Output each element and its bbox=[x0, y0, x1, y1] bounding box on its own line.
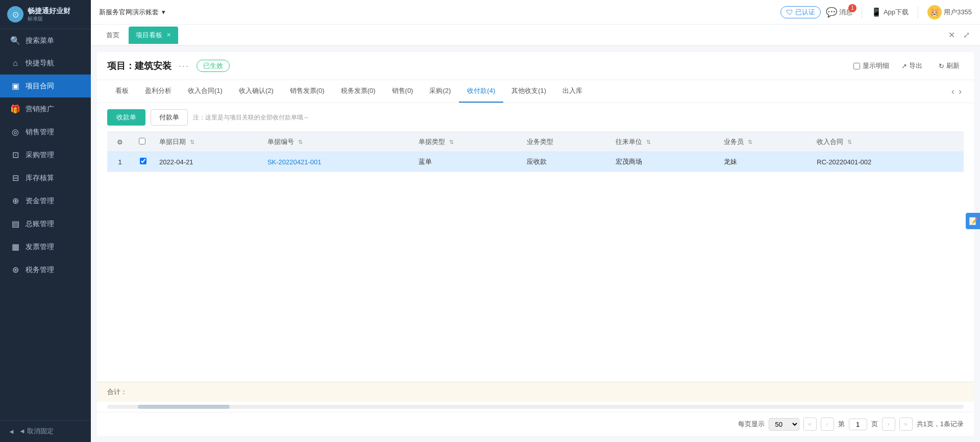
expand-tab-button[interactable]: ⤢ bbox=[961, 28, 972, 42]
scrollbar-track bbox=[107, 405, 964, 409]
sub-tab-sales-invoice[interactable]: 销售发票(0) bbox=[282, 80, 333, 103]
col-partner[interactable]: 往来单位 ⇅ bbox=[609, 132, 718, 152]
project-header: 项目：建筑安装 ··· 已生效 显示明细 ↗ 导出 ↻ 刷新 bbox=[97, 52, 974, 80]
page-number-input[interactable] bbox=[849, 419, 867, 430]
export-label: 导出 bbox=[909, 61, 922, 70]
sidebar-logo: ⊙ 畅捷通好业财 标准版 bbox=[0, 0, 91, 29]
sort-icon-salesperson: ⇅ bbox=[748, 139, 752, 145]
sidebar-item-ledger[interactable]: ▤ 总账管理 bbox=[0, 212, 91, 235]
page-prev-button[interactable]: ‹ bbox=[821, 418, 834, 431]
feedback-button[interactable]: 📝 bbox=[966, 213, 980, 229]
invoice-icon: ▦ bbox=[10, 242, 20, 252]
sub-tab-purchase-label: 采购(2) bbox=[429, 87, 451, 94]
sub-tabs-nav: ‹ › bbox=[949, 86, 964, 97]
sub-tabs-next-icon[interactable]: › bbox=[957, 86, 964, 97]
main-area: 新服务官网演示账套 ▾ 🛡 已认证 💬 消息 1 📱 App下载 🐹 用户335… bbox=[91, 0, 980, 442]
divider bbox=[862, 6, 862, 18]
refresh-button[interactable]: ↻ 刷新 bbox=[935, 59, 964, 72]
tab-close-icon[interactable]: ✕ bbox=[166, 32, 171, 38]
sort-icon-partner: ⇅ bbox=[646, 139, 651, 145]
sidebar-item-sales[interactable]: ◎ 销售管理 bbox=[0, 120, 91, 143]
sidebar-item-contract[interactable]: ▣ 项目合同 bbox=[0, 75, 91, 97]
scrollbar-thumb[interactable] bbox=[138, 405, 230, 409]
table-row[interactable]: 1 2022-04-21 SK-20220421-001 蓝单 应收款 宏茂商场 bbox=[107, 152, 964, 172]
sub-tab-income-contract-label: 收入合同(1) bbox=[188, 87, 223, 94]
sidebar-item-shortcut[interactable]: ⌂ 快捷导航 bbox=[0, 52, 91, 75]
page-first-button[interactable]: « bbox=[803, 418, 817, 431]
sub-tab-receipt[interactable]: 收付款(4) bbox=[459, 80, 503, 103]
sidebar-item-capital[interactable]: ⊕ 资金管理 bbox=[0, 189, 91, 212]
table-scrollbar[interactable] bbox=[97, 402, 974, 412]
sidebar-unpin-button[interactable]: ◄ ◄ 取消固定 bbox=[0, 420, 91, 442]
project-more-button[interactable]: ··· bbox=[179, 61, 189, 71]
sub-tab-income-contract[interactable]: 收入合同(1) bbox=[180, 80, 231, 103]
inventory-icon: ⊟ bbox=[10, 173, 20, 183]
page-next-button[interactable]: › bbox=[882, 418, 895, 431]
tax-icon: ⊛ bbox=[10, 265, 20, 275]
cell-biz-type: 应收款 bbox=[521, 152, 609, 172]
table-header-row: ⚙ 单据日期 ⇅ 单据编号 ⇅ bbox=[107, 132, 964, 152]
select-all-checkbox[interactable] bbox=[139, 138, 145, 144]
sub-tab-income-confirm-label: 收入确认(2) bbox=[239, 87, 274, 94]
total-label: 合计： bbox=[107, 388, 127, 396]
sub-tab-kanban-label: 看板 bbox=[115, 87, 129, 94]
sidebar-item-purchase[interactable]: ⊡ 采购管理 bbox=[0, 143, 91, 166]
sub-tab-income-confirm[interactable]: 收入确认(2) bbox=[231, 80, 282, 103]
app-logo-icon: ⊙ bbox=[7, 6, 23, 22]
cell-salesperson: 龙妹 bbox=[718, 152, 811, 172]
col-type[interactable]: 单据类型 ⇅ bbox=[412, 132, 521, 152]
sidebar-item-label: 搜索菜单 bbox=[26, 36, 54, 45]
col-salesperson[interactable]: 业务员 ⇅ bbox=[718, 132, 811, 152]
sidebar-item-search[interactable]: 🔍 搜索菜单 bbox=[0, 29, 91, 52]
col-biz-type-label: 业务类型 bbox=[527, 138, 553, 145]
payment-btn[interactable]: 付款单 bbox=[151, 109, 188, 126]
sub-tab-inout[interactable]: 出入库 bbox=[554, 80, 591, 103]
app-download-button[interactable]: 📱 App下载 bbox=[871, 7, 909, 17]
cell-date: 2022-04-21 bbox=[153, 152, 261, 172]
sub-tab-profit-label: 盈利分析 bbox=[145, 87, 172, 94]
sub-tab-receipt-label: 收付款(4) bbox=[467, 87, 495, 94]
sidebar-item-tax[interactable]: ⊛ 税务管理 bbox=[0, 258, 91, 281]
col-gear[interactable]: ⚙ bbox=[107, 132, 133, 152]
message-button[interactable]: 💬 消息 1 bbox=[826, 7, 852, 18]
sidebar-item-invoice[interactable]: ▦ 发票管理 bbox=[0, 235, 91, 258]
page-last-button[interactable]: » bbox=[899, 418, 913, 431]
cell-number-link[interactable]: SK-20220421-001 bbox=[267, 158, 322, 166]
sub-tab-profit[interactable]: 盈利分析 bbox=[137, 80, 180, 103]
page-size-select[interactable]: 50 100 200 bbox=[769, 418, 799, 431]
sub-tab-kanban[interactable]: 看板 bbox=[107, 80, 137, 103]
sub-tab-purchase[interactable]: 采购(2) bbox=[421, 80, 459, 103]
home-icon: ⌂ bbox=[10, 59, 20, 68]
cell-check[interactable] bbox=[133, 152, 153, 172]
page-size-label: 每页显示 bbox=[738, 420, 765, 429]
receipt-btn[interactable]: 收款单 bbox=[107, 109, 145, 126]
sidebar-item-label: 采购管理 bbox=[26, 151, 54, 160]
sub-tab-sales[interactable]: 销售(0) bbox=[384, 80, 422, 103]
tab-home[interactable]: 首页 bbox=[99, 27, 127, 44]
sub-tab-other-income[interactable]: 其他收支(1) bbox=[503, 80, 554, 103]
sub-tabs-prev-icon[interactable]: ‹ bbox=[949, 86, 957, 97]
page-label: 第 bbox=[838, 420, 845, 429]
user-menu[interactable]: 🐹 用户3355 bbox=[927, 5, 972, 19]
project-label-prefix: 项目： bbox=[107, 61, 135, 71]
unpin-icon: ◄ bbox=[8, 428, 15, 435]
sidebar-item-label: 总账管理 bbox=[26, 219, 54, 229]
sub-tab-other-income-label: 其他收支(1) bbox=[511, 87, 546, 94]
show-detail-checkbox[interactable]: 显示明细 bbox=[853, 61, 889, 70]
row-checkbox[interactable] bbox=[140, 158, 146, 164]
close-tab-button[interactable]: ✕ bbox=[946, 28, 957, 42]
col-income-contract[interactable]: 收入合同 ⇅ bbox=[811, 132, 964, 152]
verified-label: 已认证 bbox=[795, 8, 815, 17]
refresh-label: 刷新 bbox=[946, 61, 960, 70]
show-detail-label: 显示明细 bbox=[863, 61, 889, 70]
col-number[interactable]: 单据编号 ⇅ bbox=[261, 132, 412, 152]
show-detail-input[interactable] bbox=[853, 63, 860, 69]
tab-project-board[interactable]: 项目看板 ✕ bbox=[129, 27, 178, 44]
account-selector[interactable]: 新服务官网演示账套 ▾ bbox=[99, 8, 775, 17]
sub-tab-tax-invoice[interactable]: 税务发票(0) bbox=[333, 80, 384, 103]
sidebar-item-marketing[interactable]: 🎁 营销推广 bbox=[0, 97, 91, 120]
cell-number[interactable]: SK-20220421-001 bbox=[261, 152, 412, 172]
col-date[interactable]: 单据日期 ⇅ bbox=[153, 132, 261, 152]
sidebar-item-inventory[interactable]: ⊟ 库存核算 bbox=[0, 166, 91, 189]
export-button[interactable]: ↗ 导出 bbox=[897, 59, 926, 72]
